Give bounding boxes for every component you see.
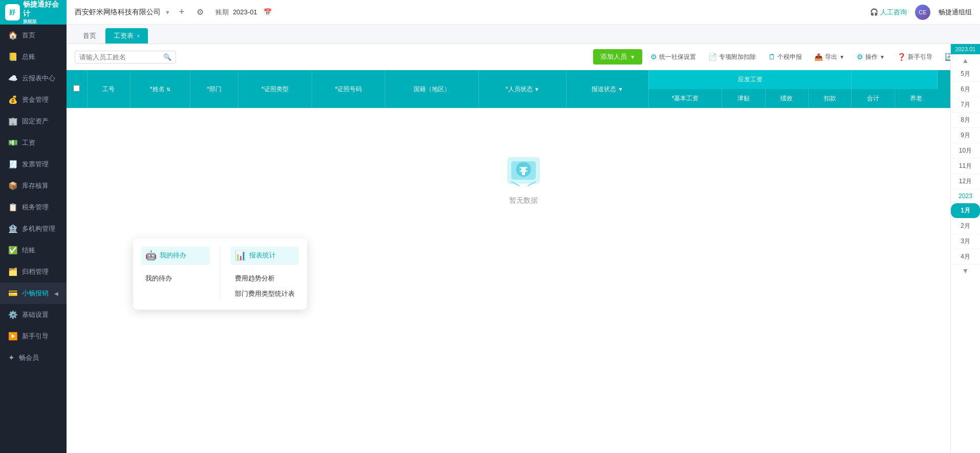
tax-icon: 📋 (8, 203, 18, 212)
operation-dropdown-arrow: ▼ (880, 54, 885, 60)
sidebar-item-cloud-report[interactable]: ☁️ 云报表中心 (0, 68, 67, 89)
sidebar-label-fund: 资金管理 (22, 95, 49, 104)
month-item-8[interactable]: 8月 (951, 113, 980, 128)
sidebar-item-guide[interactable]: ▶️ 新手引导 (0, 326, 67, 347)
th-performance: 绩效 (765, 89, 808, 108)
operation-btn[interactable]: ⚙ 操作 ▼ (853, 50, 889, 64)
sidebar-item-fixed-asset[interactable]: 🏢 固定资产 (0, 111, 67, 132)
special-deduct-label: 专项附加扣除 (719, 53, 756, 61)
tax-report-btn[interactable]: 🗒 个税申报 (764, 50, 806, 64)
th-extra-group (852, 70, 938, 89)
sidebar-item-salary[interactable]: 💵 工资 (0, 132, 67, 154)
month-item-7[interactable]: 7月 (951, 97, 980, 113)
app-name: 畅捷通好会计 (23, 0, 61, 18)
tab-salary-sheet[interactable]: 工资表 × (105, 28, 148, 44)
social-security-btn[interactable]: ⚙ 统一社保设置 (646, 50, 700, 64)
tab-home[interactable]: 首页 (75, 28, 104, 44)
social-security-icon: ⚙ (650, 53, 657, 61)
search-input[interactable] (79, 53, 161, 61)
new-guide-btn[interactable]: ❓ 新手引导 (893, 50, 937, 64)
export-btn[interactable]: 📤 导出 ▼ (810, 50, 848, 64)
tab-close-btn[interactable]: × (137, 33, 140, 39)
month-item-6[interactable]: 6月 (951, 82, 980, 97)
content-area: 🔍 添加人员 ▼ ⚙ 统一社保设置 📄 专项附加扣除 🗒 个税申报 (67, 44, 980, 453)
sidebar-item-home[interactable]: 🏠 首页 (0, 25, 67, 46)
sidebar-label-settle: 结账 (22, 246, 35, 255)
sidebar-item-fund[interactable]: 💰 资金管理 (0, 89, 67, 111)
search-icon: 🔍 (163, 53, 171, 61)
popup-item-my-todo[interactable]: 我的待办 (141, 271, 210, 286)
popup-divider (220, 247, 221, 301)
sidebar-item-multi-org[interactable]: 🏦 多机构管理 (0, 218, 67, 240)
month-item-2[interactable]: 2月 (951, 219, 980, 234)
select-all-checkbox[interactable] (73, 85, 80, 92)
month-item-4[interactable]: 4月 (951, 249, 980, 265)
sidebar-item-settings[interactable]: ⚙️ 基础设置 (0, 304, 67, 326)
tabbar: 首页 工资表 × (67, 25, 980, 44)
month-item-9[interactable]: 9月 (951, 128, 980, 143)
sidebar-item-archive[interactable]: 🗂️ 归档管理 (0, 261, 67, 283)
empty-icon (498, 149, 549, 190)
th-cert-no: *证照号码 (312, 70, 385, 108)
svg-point-6 (526, 168, 528, 171)
month-nav-down[interactable]: ▼ (951, 265, 980, 277)
toolbar: 🔍 添加人员 ▼ ⚙ 统一社保设置 📄 专项附加扣除 🗒 个税申报 (67, 44, 980, 70)
add-person-button[interactable]: 添加人员 ▼ (593, 49, 642, 64)
sidebar-item-inventory[interactable]: 📦 库存核算 (0, 175, 67, 197)
popup-overlay: 🤖 我的待办 我的待办 📊 报表统计 费用趋势分析 部门费用类型统计表 (133, 239, 307, 310)
sidebar-label-archive: 归档管理 (22, 267, 49, 276)
settings-btn[interactable]: ⚙ (193, 5, 207, 19)
popup-item-cost-trend[interactable]: 费用趋势分析 (231, 271, 299, 286)
settle-icon: ✅ (8, 246, 18, 255)
export-icon: 📤 (814, 53, 823, 61)
sidebar-label-settings: 基础设置 (22, 310, 49, 319)
month-item-12[interactable]: 12月 (951, 174, 980, 189)
svg-point-5 (519, 168, 521, 171)
sidebar-item-invoice[interactable]: 🧾 发票管理 (0, 154, 67, 175)
xiaochang-icon: 💳 (8, 289, 18, 298)
company-dropdown-arrow[interactable]: ▼ (165, 9, 170, 15)
tax-report-icon: 🗒 (768, 53, 775, 61)
month-item-5[interactable]: 5月 (951, 67, 980, 82)
sidebar-label-ledger: 总账 (22, 52, 35, 61)
headset-icon: 🎧 (870, 8, 878, 16)
th-name[interactable]: *姓名 ⇅ (130, 70, 190, 108)
th-report-status[interactable]: 报送状态 ▼ (566, 70, 648, 108)
cloud-icon: ☁️ (8, 74, 18, 83)
customer-service-btn[interactable]: 🎧 人工咨询 (870, 8, 907, 17)
period-value: 2023-01 (233, 8, 257, 16)
settings-icon: ⚙️ (8, 310, 18, 319)
month-item-1[interactable]: 1月 (951, 203, 980, 219)
logo-icon: 好 (5, 4, 20, 20)
app-logo: 好 畅捷通好会计 旗舰版 (0, 0, 67, 25)
th-checkbox[interactable] (67, 70, 87, 108)
th-emp-no: 工号 (87, 70, 130, 108)
sidebar-item-tax[interactable]: 📋 税务管理 (0, 197, 67, 218)
tab-home-label: 首页 (83, 31, 96, 40)
filter-report-icon: ▼ (618, 87, 623, 92)
guide-icon: ▶️ (8, 332, 18, 341)
sidebar-item-ledger[interactable]: 📒 总账 (0, 46, 67, 68)
month-item-3[interactable]: 3月 (951, 234, 980, 249)
sidebar-item-settle[interactable]: ✅ 结账 (0, 240, 67, 261)
ledger-icon: 📒 (8, 52, 18, 61)
month-nav-up[interactable]: ▲ (951, 54, 980, 67)
sidebar-item-xiaochang[interactable]: 💳 小畅报销 ◀ (0, 283, 67, 304)
th-pension: 养老 (895, 89, 937, 108)
month-item-10[interactable]: 10月 (951, 143, 980, 159)
special-deduct-btn[interactable]: 📄 专项附加扣除 (704, 50, 760, 64)
calendar-icon[interactable]: 📅 (264, 8, 272, 16)
sidebar-item-member[interactable]: ✦ 畅会员 (0, 347, 67, 369)
avatar: CE (915, 5, 930, 20)
month-item-11[interactable]: 11月 (951, 159, 980, 174)
th-person-status[interactable]: *人员状态 ▼ (479, 70, 567, 108)
sidebar-label-inventory: 库存核算 (22, 181, 49, 190)
add-company-btn[interactable]: + (175, 5, 189, 19)
add-person-label: 添加人员 (600, 52, 627, 61)
popup-item-dept-cost[interactable]: 部门费用类型统计表 (231, 286, 299, 301)
empty-state: 暂无数据 (67, 108, 980, 246)
th-deduction: 扣款 (808, 89, 851, 108)
member-icon: ✦ (8, 353, 15, 362)
period-label: 账期 (215, 8, 229, 17)
app-sub: 旗舰版 (23, 18, 61, 25)
